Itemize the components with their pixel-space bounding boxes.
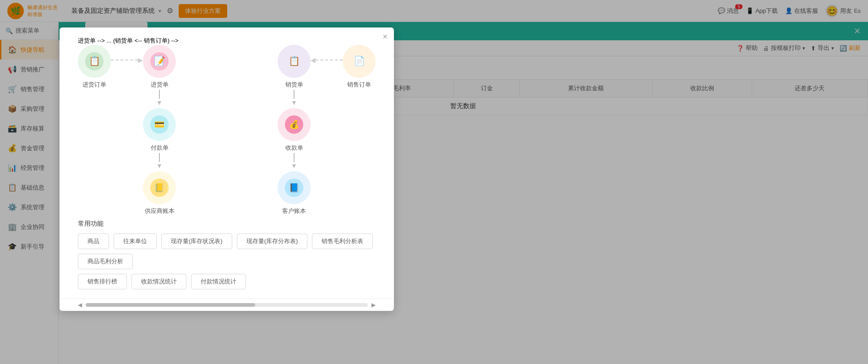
flow-node-payment[interactable]: 💳 付款单	[143, 108, 176, 152]
connector-2: ◀	[311, 56, 343, 64]
func-btn-sales-rank[interactable]: 销售排行榜	[78, 274, 127, 289]
purchase-order-label: 进货订单	[82, 81, 106, 89]
purchase-bill-label: 进货单	[151, 81, 169, 89]
scroll-right-icon[interactable]: ▶	[371, 302, 376, 308]
arrow-down-receipt: ▼	[278, 152, 311, 169]
sales-bill-icon[interactable]: 📋	[278, 45, 311, 78]
func-buttons-row2: 销售排行榜 收款情况统计 付款情况统计	[78, 274, 376, 289]
purchase-bill-icon[interactable]: 📝	[143, 45, 176, 78]
flow-node-receipt[interactable]: 💰 收款单	[278, 108, 311, 152]
svg-text:📋: 📋	[89, 55, 100, 66]
customer-ledger-icon[interactable]: 📘	[278, 171, 311, 204]
flow-arrows-bottom: ▼ ▼	[78, 152, 376, 169]
flow-node-supplier-ledger[interactable]: 📒 供应商账本	[143, 171, 176, 215]
sales-order-icon[interactable]: 📄	[343, 45, 376, 78]
spacer-middle	[176, 56, 278, 63]
svg-text:📄: 📄	[354, 55, 365, 66]
func-btn-partners[interactable]: 往来单位	[114, 234, 157, 249]
supplier-ledger-label: 供应商账本	[145, 207, 175, 215]
sales-bill-label: 销货单	[285, 81, 303, 89]
func-btn-goods[interactable]: 商品	[78, 234, 109, 249]
arrow-down-sales: ▼	[278, 89, 311, 106]
func-btn-receipt-stats[interactable]: 收款情况统计	[131, 274, 186, 289]
popup-close-btn[interactable]: ×	[382, 32, 388, 42]
app-container: 🌿 畅康通好生意 标准版 装备及固定资产辅助管理系统 ▾ ⚙ 体验行业方案 💬 …	[0, 0, 868, 364]
svg-text:📒: 📒	[154, 183, 165, 193]
supplier-ledger-icon[interactable]: 📒	[143, 171, 176, 204]
receipt-label: 收款单	[285, 144, 303, 152]
sales-order-label: 销售订单	[347, 81, 371, 89]
popup-scrollbar: ◀ ▶	[60, 299, 394, 311]
func-btn-sales-gross[interactable]: 销售毛利分析表	[312, 234, 373, 249]
flow-upper-row: 📋 进货订单 ▶ 📝 进货单	[78, 45, 376, 89]
svg-text:💰: 💰	[289, 120, 300, 130]
popup-overlay: × 进货单 --> ... (销货单 <-- 销售订单) --> 📋 进货订单	[0, 0, 868, 364]
receipt-icon[interactable]: 💰	[278, 108, 311, 141]
flow-node-purchase-bill[interactable]: 📝 进货单	[143, 45, 176, 89]
purchase-order-icon[interactable]: 📋	[78, 45, 111, 78]
customer-ledger-label: 客户账本	[282, 207, 306, 215]
svg-text:📋: 📋	[289, 55, 300, 66]
flow-middle-arrows: ▼ ▼	[78, 89, 376, 106]
svg-text:📝: 📝	[154, 55, 165, 66]
scroll-left-icon[interactable]: ◀	[78, 302, 82, 308]
flow-node-purchase-order[interactable]: 📋 进货订单	[78, 45, 111, 89]
flow-popup: × 进货单 --> ... (销货单 <-- 销售订单) --> 📋 进货订单	[60, 27, 394, 311]
flow-diagram-section: 进货单 --> ... (销货单 <-- 销售订单) --> 📋 进货订单 ▶	[60, 27, 394, 220]
scrollbar-thumb	[86, 303, 255, 307]
func-buttons-row1: 商品 往来单位 现存量(库存状况表) 现存量(库存分布表) 销售毛利分析表 商品…	[78, 234, 376, 269]
payment-label: 付款单	[151, 144, 169, 152]
connector-1: ▶	[111, 56, 143, 64]
func-btn-goods-gross[interactable]: 商品毛利分析	[78, 254, 133, 269]
common-func-title: 常用功能	[78, 220, 376, 228]
payment-icon[interactable]: 💳	[143, 108, 176, 141]
svg-text:💳: 💳	[154, 120, 165, 130]
func-btn-payment-stats[interactable]: 付款情况统计	[191, 274, 246, 289]
arrow-down-payment: ▼	[143, 152, 176, 169]
flow-lower-row: 💳 付款单 💰 收款单	[78, 108, 376, 152]
svg-text:📘: 📘	[289, 183, 300, 193]
arrow-down-purchase: ▼	[143, 89, 176, 106]
flow-node-sales-order[interactable]: 📄 销售订单	[343, 45, 376, 89]
common-func-section: 常用功能 商品 往来单位 现存量(库存状况表) 现存量(库存分布表) 销售毛利分…	[60, 220, 394, 299]
scrollbar-track[interactable]	[86, 303, 368, 307]
flow-bottom-row: 📒 供应商账本 📘 客户账本	[78, 171, 376, 215]
flow-node-sales-bill[interactable]: 📋 销货单	[278, 45, 311, 89]
func-btn-stock-status[interactable]: 现存量(库存状况表)	[161, 234, 232, 249]
func-btn-stock-dist[interactable]: 现存量(库存分布表)	[237, 234, 308, 249]
flow-node-customer-ledger[interactable]: 📘 客户账本	[278, 171, 311, 215]
